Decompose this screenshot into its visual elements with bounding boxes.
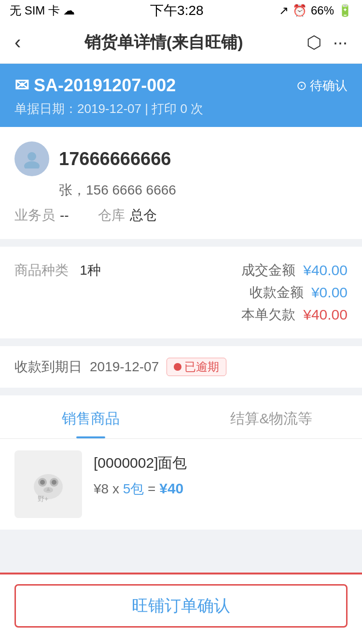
salesperson-value: --: [60, 208, 69, 223]
price-qty: 5包: [123, 481, 144, 496]
warehouse-value: 总仓: [130, 206, 157, 224]
received-value: ¥0.00: [311, 284, 348, 301]
summary-card: 商品种类 1种 成交金额 ¥40.00 收款金额 ¥0.00 本单欠款 ¥40.…: [0, 247, 362, 338]
balance-row: 本单欠款 ¥40.00: [241, 306, 348, 324]
order-header: ✉ SA-20191207-002 ⊙ 待确认 单据日期：2019-12-07 …: [0, 64, 362, 127]
order-icon: ✉: [14, 75, 29, 96]
warehouse-item: 仓库 总仓: [98, 206, 157, 224]
balance-value: ¥40.00: [303, 307, 348, 323]
product-info: [0000002]面包 ¥8 x 5包 = ¥40: [94, 450, 348, 498]
sim-status: 无 SIM 卡 ☁: [10, 3, 75, 18]
customer-card: 17666666666 张，156 6666 6666 业务员 -- 仓库 总仓: [0, 127, 362, 239]
salesperson-item: 业务员 --: [14, 206, 69, 224]
clock-icon: ⊙: [296, 78, 307, 93]
share-icon[interactable]: ⬡: [306, 32, 321, 53]
due-date-card: 收款到期日 2019-12-07 已逾期: [0, 346, 362, 388]
due-date-value: 2019-12-07: [90, 359, 159, 375]
price-total: ¥40: [159, 480, 183, 496]
product-type: 商品种类 1种: [14, 261, 101, 280]
status-time: 下午3:28: [150, 1, 204, 20]
svg-point-0: [28, 152, 36, 161]
svg-point-6: [52, 480, 56, 485]
battery-status: 66%: [311, 4, 334, 17]
transaction-value: ¥40.00: [303, 262, 348, 279]
back-button[interactable]: ‹: [14, 31, 21, 53]
customer-meta: 业务员 -- 仓库 总仓: [14, 206, 348, 224]
status-left: 无 SIM 卡 ☁: [10, 3, 75, 18]
order-date: 单据日期：2019-12-07 | 打印 0 次: [14, 100, 348, 117]
transaction-label: 成交金额: [241, 261, 295, 280]
product-price: ¥8 x 5包 = ¥40: [94, 480, 348, 498]
nav-right-actions: ⬡ ···: [306, 32, 348, 53]
confirm-order-button[interactable]: 旺铺订单确认: [14, 584, 348, 628]
tab-settlement-logistics[interactable]: 结算&物流等: [181, 395, 362, 438]
more-icon[interactable]: ···: [333, 32, 348, 53]
alarm-icon: ⏰: [292, 4, 307, 17]
salesperson-label: 业务员: [14, 206, 55, 224]
price-equals: =: [148, 481, 159, 496]
product-type-value: 1种: [80, 263, 101, 278]
received-row: 收款金额 ¥0.00: [250, 283, 348, 302]
due-date-label: 收款到期日: [14, 358, 82, 376]
balance-label: 本单欠款: [241, 306, 295, 324]
overdue-dot-icon: [174, 363, 181, 371]
svg-text:野+: 野+: [38, 495, 48, 503]
nav-bar: ‹ 销货单详情(来自旺铺) ⬡ ···: [0, 21, 362, 64]
svg-point-1: [24, 161, 40, 168]
customer-phone: 17666666666: [59, 149, 171, 169]
svg-point-5: [40, 480, 45, 485]
product-card: 野+ [0000002]面包 ¥8 x 5包 = ¥40: [0, 439, 362, 530]
avatar: [14, 141, 49, 176]
summary-amounts: 成交金额 ¥40.00 收款金额 ¥0.00 本单欠款 ¥40.00: [241, 261, 348, 324]
order-id-row: ✉ SA-20191207-002 ⊙ 待确认: [14, 75, 348, 96]
tabs-container: 销售商品 结算&物流等: [0, 395, 362, 439]
product-type-label: 商品种类: [14, 263, 69, 278]
customer-row: 17666666666: [14, 141, 348, 176]
battery-icon: 🔋: [338, 4, 352, 17]
order-id: ✉ SA-20191207-002: [14, 75, 176, 96]
bottom-bar: 旺铺订单确认: [0, 573, 362, 644]
product-name: [0000002]面包: [94, 453, 348, 473]
overdue-badge: 已逾期: [167, 358, 226, 376]
tab-sales-product[interactable]: 销售商品: [0, 395, 181, 438]
order-status: ⊙ 待确认: [296, 77, 348, 94]
nav-icon: ↗: [279, 4, 289, 17]
page-title: 销货单详情(来自旺铺): [84, 31, 243, 54]
status-bar: 无 SIM 卡 ☁ 下午3:28 ↗ ⏰ 66% 🔋: [0, 0, 362, 21]
warehouse-label: 仓库: [98, 206, 125, 224]
transaction-row: 成交金额 ¥40.00: [241, 261, 348, 280]
received-label: 收款金额: [250, 283, 304, 302]
price-text: ¥8 x: [94, 481, 119, 496]
status-right: ↗ ⏰ 66% 🔋: [279, 4, 352, 17]
product-image: 野+: [14, 450, 82, 518]
customer-name: 张，156 6666 6666: [59, 181, 348, 199]
